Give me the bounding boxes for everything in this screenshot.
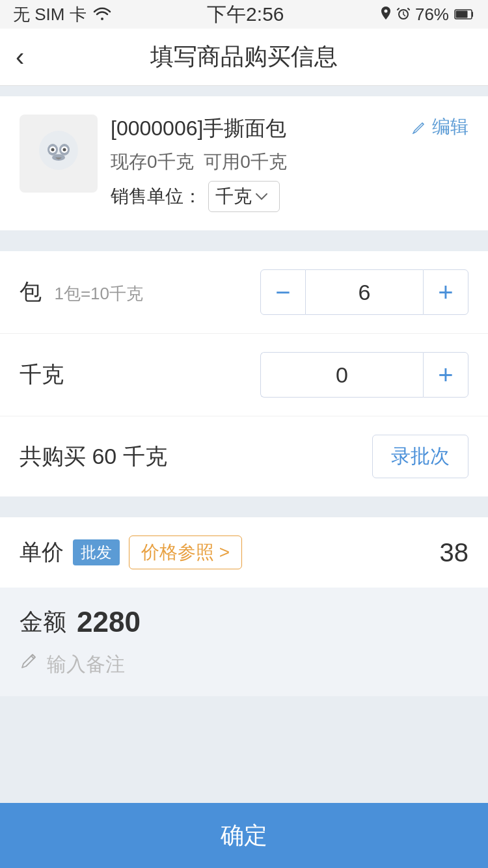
battery-text: 76% xyxy=(415,5,449,25)
alarm-icon xyxy=(397,5,410,25)
product-unit-row: 销售单位： 千克 xyxy=(111,181,468,212)
price-label: 单价 批发 价格参照 > xyxy=(20,536,242,569)
amount-section: 金额 2280 输入备注 xyxy=(0,588,488,696)
qty-section: 包 1包=10千克 − + 千克 + xyxy=(0,251,488,416)
bag-minus-button[interactable]: − xyxy=(260,269,306,315)
confirm-button[interactable]: 确定 xyxy=(0,803,488,868)
page-title: 填写商品购买信息 xyxy=(150,41,338,73)
amount-row: 金额 2280 xyxy=(20,606,468,638)
divider-2 xyxy=(0,496,488,507)
remark-placeholder[interactable]: 输入备注 xyxy=(47,651,125,678)
product-owl-logo xyxy=(36,128,81,180)
kg-qty-controls: + xyxy=(260,352,468,398)
bag-qty-row: 包 1包=10千克 − + xyxy=(0,251,488,334)
price-tag: 批发 xyxy=(73,539,120,565)
status-bar: 无 SIM 卡 下午2:56 xyxy=(0,0,488,29)
kg-plus-button[interactable]: + xyxy=(423,352,468,398)
product-stock: 现存0千克 可用0千克 xyxy=(111,150,468,174)
nav-bar: ‹ 填写商品购买信息 xyxy=(0,29,488,86)
back-button[interactable]: ‹ xyxy=(16,42,24,72)
pencil-icon xyxy=(20,653,38,676)
bag-qty-controls: − + xyxy=(260,269,468,315)
kg-qty-row: 千克 + xyxy=(0,334,488,416)
divider-1 xyxy=(0,230,488,241)
product-card: [0000006]手撕面包 编辑 现存0千克 可用0千克 销售单位： 千克 xyxy=(0,96,488,230)
status-bar-left: 无 SIM 卡 xyxy=(13,3,111,26)
svg-point-0 xyxy=(384,9,387,12)
product-image xyxy=(20,115,98,193)
edit-button[interactable]: 编辑 xyxy=(413,115,468,139)
batch-button[interactable]: 录批次 xyxy=(372,435,468,478)
price-row: 单价 批发 价格参照 > 38 xyxy=(20,536,468,569)
product-info: [0000006]手撕面包 编辑 现存0千克 可用0千克 销售单位： 千克 xyxy=(111,115,468,212)
status-bar-time: 下午2:56 xyxy=(207,1,284,28)
price-value: 38 xyxy=(440,538,469,567)
svg-point-10 xyxy=(63,148,66,151)
unit-selector[interactable]: 千克 xyxy=(208,181,280,212)
location-icon xyxy=(380,5,392,25)
bag-qty-input[interactable] xyxy=(306,269,423,315)
confirm-btn-container: 确定 xyxy=(0,803,488,868)
kg-qty-input[interactable] xyxy=(260,352,423,398)
carrier-text: 无 SIM 卡 xyxy=(13,3,87,26)
price-section: 单价 批发 价格参照 > 38 xyxy=(0,517,488,588)
svg-point-9 xyxy=(51,148,55,151)
total-row: 共购买 60 千克 录批次 xyxy=(0,416,488,496)
battery-icon xyxy=(454,5,475,25)
kg-label: 千克 xyxy=(20,360,260,390)
remark-row[interactable]: 输入备注 xyxy=(20,651,468,678)
svg-rect-3 xyxy=(455,10,467,18)
amount-label: 金额 xyxy=(20,606,66,638)
wifi-icon xyxy=(93,5,111,25)
price-ref-button[interactable]: 价格参照 > xyxy=(129,536,242,569)
status-bar-right: 76% xyxy=(380,5,475,25)
total-text: 共购买 60 千克 xyxy=(20,442,167,472)
amount-value: 2280 xyxy=(77,606,141,638)
bag-label: 包 1包=10千克 xyxy=(20,277,260,307)
product-name: [0000006]手撕面包 xyxy=(111,115,286,143)
svg-point-4 xyxy=(39,131,78,170)
bag-plus-button[interactable]: + xyxy=(423,269,468,315)
bag-sub-label: 1包=10千克 xyxy=(54,284,143,303)
product-header: [0000006]手撕面包 编辑 xyxy=(111,115,468,143)
